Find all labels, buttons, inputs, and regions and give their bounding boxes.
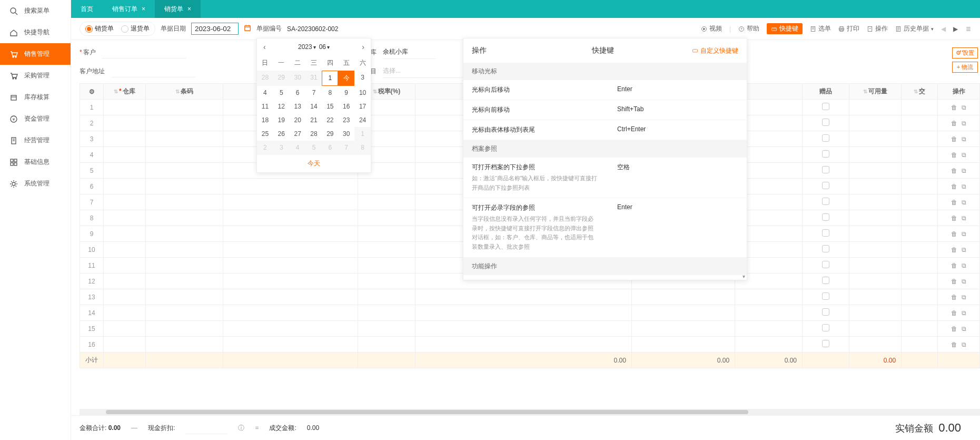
calendar-day[interactable]: 20	[290, 113, 306, 127]
calendar-day[interactable]: 8	[322, 86, 338, 100]
gift-checkbox[interactable]	[822, 213, 829, 221]
delete-row-icon[interactable]: 🗑	[951, 294, 957, 301]
gear-icon[interactable]: ⚙	[89, 88, 95, 95]
gift-checkbox[interactable]	[822, 198, 829, 205]
calendar-day[interactable]: 26	[273, 127, 290, 141]
delete-row-icon[interactable]: 🗑	[951, 183, 957, 190]
calendar-day[interactable]: 29	[273, 71, 290, 86]
copy-row-icon[interactable]: ⧉	[962, 278, 966, 285]
project-select[interactable]: 选择...	[383, 64, 467, 78]
gift-checkbox[interactable]	[822, 308, 829, 316]
copy-row-icon[interactable]: ⧉	[962, 199, 966, 206]
operate-link[interactable]: 操作	[867, 24, 888, 33]
gift-checkbox[interactable]	[822, 292, 829, 300]
sidebar-item-2[interactable]: 销售管理	[0, 43, 71, 65]
calendar-day[interactable]: 3	[354, 71, 371, 86]
calendar-day[interactable]: 30	[338, 127, 354, 141]
customer-input[interactable]	[102, 46, 186, 58]
calendar-day[interactable]: 6	[322, 141, 338, 154]
sidebar-item-7[interactable]: 基础信息	[0, 151, 71, 173]
calendar-day[interactable]: 16	[338, 100, 354, 113]
delete-row-icon[interactable]: 🗑	[951, 199, 957, 206]
next-icon[interactable]: ▶	[953, 25, 958, 33]
video-link[interactable]: 视频	[701, 24, 722, 33]
calendar-day[interactable]: 31	[306, 71, 322, 86]
calendar-day[interactable]: 7	[306, 86, 322, 100]
copy-row-icon[interactable]: ⧉	[962, 325, 966, 333]
gift-checkbox[interactable]	[822, 119, 829, 126]
close-icon[interactable]: ×	[187, 5, 191, 13]
sidebar-item-3[interactable]: 采购管理	[0, 65, 71, 86]
more-dots-right[interactable]: ⋯	[959, 47, 966, 55]
gift-checkbox[interactable]	[822, 182, 829, 189]
sidebar-item-5[interactable]: ¥资金管理	[0, 108, 71, 130]
table-row[interactable]: 13🗑⧉	[80, 289, 980, 305]
sidebar-item-0[interactable]: 搜索菜单	[0, 0, 71, 22]
delete-row-icon[interactable]: 🗑	[951, 230, 957, 238]
month-select[interactable]: 06▾	[319, 43, 330, 51]
gift-checkbox[interactable]	[822, 103, 829, 110]
calendar-day[interactable]: 22	[322, 113, 338, 127]
calendar-day[interactable]: 11	[257, 100, 273, 113]
tab-2[interactable]: 销货单×	[155, 0, 201, 18]
calendar-day[interactable]: 25	[257, 127, 273, 141]
delete-row-icon[interactable]: 🗑	[951, 167, 957, 174]
calendar-day[interactable]: 4	[290, 141, 306, 154]
calendar-day[interactable]: 30	[290, 71, 306, 86]
copy-row-icon[interactable]: ⧉	[962, 151, 966, 159]
menu-icon[interactable]	[965, 26, 972, 32]
shortcut-button[interactable]: 快捷键	[767, 23, 803, 34]
copy-row-icon[interactable]: ⧉	[962, 135, 966, 143]
logistics-button[interactable]: + 物流	[952, 62, 978, 73]
copy-row-icon[interactable]: ⧉	[962, 294, 966, 301]
radio-return[interactable]: 退货单	[121, 24, 150, 33]
tab-0[interactable]: 首页	[71, 0, 103, 18]
calendar-day[interactable]: 5	[273, 86, 290, 100]
prev-icon[interactable]: ◀	[941, 25, 946, 33]
next-month-icon[interactable]: ›	[362, 43, 364, 51]
copy-row-icon[interactable]: ⧉	[962, 309, 966, 317]
delete-row-icon[interactable]: 🗑	[951, 246, 957, 253]
delete-row-icon[interactable]: 🗑	[951, 309, 957, 317]
info-icon[interactable]: ⓘ	[238, 424, 244, 433]
calendar-day[interactable]: 1	[354, 127, 371, 141]
discount-input[interactable]	[185, 422, 227, 434]
year-select[interactable]: 2023▾	[298, 43, 316, 51]
copy-row-icon[interactable]: ⧉	[962, 183, 966, 190]
delete-row-icon[interactable]: 🗑	[951, 135, 957, 143]
calendar-day[interactable]: 今	[338, 71, 354, 86]
copy-row-icon[interactable]: ⧉	[962, 167, 966, 174]
calendar-day[interactable]: 4	[257, 86, 273, 100]
delete-row-icon[interactable]: 🗑	[951, 104, 957, 111]
prev-month-icon[interactable]: ‹	[263, 43, 266, 51]
gift-checkbox[interactable]	[822, 340, 829, 347]
delete-row-icon[interactable]: 🗑	[951, 262, 957, 269]
calendar-day[interactable]: 9	[338, 86, 354, 100]
select-order-link[interactable]: 选单	[810, 24, 831, 33]
gift-checkbox[interactable]	[822, 134, 829, 142]
print-link[interactable]: 打印	[838, 24, 859, 33]
date-input[interactable]	[191, 23, 239, 35]
help-link[interactable]: ? 帮助	[738, 24, 759, 33]
history-link[interactable]: 历史单据 ▾	[895, 24, 934, 33]
calendar-day[interactable]: 5	[306, 141, 322, 154]
copy-row-icon[interactable]: ⧉	[962, 262, 966, 269]
gift-checkbox[interactable]	[822, 277, 829, 284]
address-input[interactable]	[111, 65, 195, 77]
table-row[interactable]: 14🗑⧉	[80, 305, 980, 321]
calendar-day[interactable]: 7	[338, 141, 354, 154]
calendar-day[interactable]: 21	[306, 113, 322, 127]
calendar-day[interactable]: 8	[354, 141, 371, 154]
copy-row-icon[interactable]: ⧉	[962, 214, 966, 222]
gift-checkbox[interactable]	[822, 229, 829, 237]
calendar-day[interactable]: 17	[354, 100, 371, 113]
calendar-day[interactable]: 1	[322, 71, 338, 86]
warehouse-value[interactable]: 余杭小库	[383, 45, 435, 59]
delete-row-icon[interactable]: 🗑	[951, 214, 957, 222]
calendar-day[interactable]: 18	[257, 113, 273, 127]
delete-row-icon[interactable]: 🗑	[951, 325, 957, 333]
delete-row-icon[interactable]: 🗑	[951, 278, 957, 285]
horizontal-scrollbar[interactable]	[80, 409, 980, 415]
calendar-day[interactable]: 15	[322, 100, 338, 113]
calendar-day[interactable]: 27	[290, 127, 306, 141]
